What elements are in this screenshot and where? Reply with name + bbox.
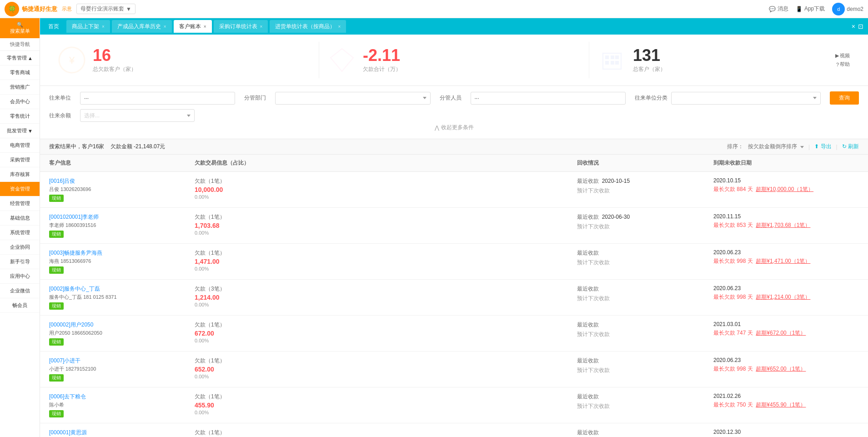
tab-purchase-order[interactable]: 采购订单统计表 × (214, 20, 268, 33)
sidebar-item-corp-wechat[interactable]: 企业微信 (0, 284, 40, 298)
overdue-info-0007: 2020.06.23 最长欠款 998 天 超期¥652.00（1笔） (713, 357, 859, 373)
dept-select[interactable] (275, 92, 430, 105)
sidebar-item-purchase[interactable]: 采购管理 (0, 153, 40, 167)
sidebar-item-ecommerce[interactable]: 电商管理 (0, 138, 40, 153)
sidebar-item-super-member[interactable]: 畅会员 (0, 298, 40, 313)
balance-label: 往来余额 (49, 112, 76, 120)
debt-info-0016: 欠款（1笔） 10,000.00 0.00% (195, 177, 577, 200)
sidebar-item-retail-stats[interactable]: 零售统计 (0, 109, 40, 124)
unit-category-select[interactable] (671, 92, 821, 105)
refresh-btn[interactable]: ↻ 刷新 (842, 143, 859, 151)
filter-person: 分管人员 ··· (440, 92, 626, 105)
tab-product-inbound[interactable]: 产成品入库单历史 × (112, 20, 172, 33)
close-all-tabs-icon[interactable]: × (852, 23, 855, 30)
results-bar: 搜索结果中，客户16家 欠款金额 -21,148.07元 排序： 按欠款金额倒序… (40, 139, 868, 155)
overdue-days-0016: 最长欠款 884 天 超期¥10,000.00（1笔） (713, 186, 859, 193)
customer-name-0002[interactable]: [0002]服务中心_丁磊 (49, 285, 195, 293)
tab-inbound-stats[interactable]: 进货单统计表（按商品） × (270, 20, 346, 33)
sidebar-quick-nav[interactable]: 快捷导航 (0, 38, 40, 51)
col-header-customer: 客户信息 (49, 159, 195, 167)
tab-product-offshelf[interactable]: 商品上下架 × (66, 20, 110, 33)
video-action[interactable]: ▶ 视频 (835, 52, 850, 59)
sidebar-item-newbie[interactable]: 新手引导 (0, 255, 40, 269)
stat-label-debt-customers: 总欠款客户（家） (93, 65, 136, 73)
sidebar-item-marketing[interactable]: 营销推广 (0, 80, 40, 95)
expand-tab-icon[interactable]: ⊡ (858, 23, 863, 30)
customer-info-000002: [000002]用户2050 用户2050 18665062050 现销 (49, 321, 195, 346)
customer-name-0003[interactable]: [0003]畅捷服务尹海燕 (49, 249, 195, 257)
callback-info-0016: 最近收款 2020-10-15 预计下次收款 (577, 177, 713, 195)
overdue-link-00010200001[interactable]: 超期¥1,703.68（1笔） (756, 222, 810, 228)
customer-name-000001[interactable]: [000001]黄思源 (49, 429, 195, 437)
tab-purchase-order-close[interactable]: × (260, 24, 263, 29)
tab-product-offshelf-close[interactable]: × (102, 24, 105, 29)
sidebar-item-retail-mall[interactable]: 零售商城 (0, 65, 40, 80)
tab-product-inbound-close[interactable]: × (164, 24, 166, 29)
video-icon: ▶ (835, 53, 839, 59)
customer-name-00010200001[interactable]: [0001020001]李老师 (49, 213, 195, 221)
collapse-btn[interactable]: ⋀ 收起更多条件 (49, 122, 859, 133)
tab-customer-account-close[interactable]: × (204, 24, 206, 29)
sidebar-item-finance[interactable]: 资金管理 (0, 182, 40, 196)
tab-inbound-stats-label: 进货单统计表（按商品） (275, 23, 335, 30)
search-button[interactable]: 查询 (830, 91, 859, 105)
stat-label-total-customers: 总客户（家） (633, 65, 666, 73)
balance-select[interactable]: 选择... (80, 109, 195, 122)
export-btn[interactable]: ⬆ 导出 (814, 143, 831, 151)
callback-next-0016: 预计下次收款 (577, 187, 713, 195)
sidebar-item-corp-collab[interactable]: 企业协同 (0, 240, 40, 255)
store-arrow: ▼ (126, 6, 131, 12)
top-bar: 🍀 畅捷通好生意 示意 母婴行业演示账套 ▼ 💬 消息 📱 App下载 d de… (0, 0, 868, 18)
stat-card-actions: ▶ 视频 ? 帮助 (835, 52, 850, 68)
overdue-link-0002[interactable]: 超期¥1,214.00（3笔） (756, 294, 810, 300)
help-action[interactable]: ? 帮助 (836, 61, 850, 68)
sort-value[interactable]: 按欠款金额倒序排序 (748, 143, 804, 151)
customer-name-000002[interactable]: [000002]用户2050 (49, 321, 195, 329)
overdue-info-0003: 2020.06.23 最长欠款 998 天 超期¥1,471.00（1笔） (713, 249, 859, 265)
callback-next-0002: 预计下次收款 (577, 295, 713, 302)
customer-tag-00010200001: 现销 (49, 231, 64, 238)
sidebar-search[interactable]: 🔍 搜索菜单 (0, 18, 40, 38)
sidebar-item-inventory[interactable]: 库存核算 (0, 167, 40, 182)
debt-count-0003: 欠款（1笔） (195, 249, 577, 257)
callback-info-0006: 最近收款 预计下次收款 (577, 393, 713, 410)
stat-label-debt-total: 欠款合计（万） (363, 65, 401, 73)
sidebar-item-batch-mgmt[interactable]: 批发管理 ▼ (0, 124, 40, 138)
sidebar-item-retail-mgmt[interactable]: 零售管理 ▲ (0, 51, 40, 65)
callback-next-0003: 预计下次收款 (577, 259, 713, 266)
table-row: [0006]去下粮仓 陈小希 现销 欠款（1笔） 455.90 0.00% 最近… (40, 387, 868, 423)
message-btn[interactable]: 💬 消息 (769, 5, 788, 13)
user-menu[interactable]: d demo2 (832, 3, 863, 15)
source-unit-input[interactable]: ··· (80, 92, 235, 105)
customer-name-0006[interactable]: [0006]去下粮仓 (49, 393, 195, 401)
batch-mgmt-arrow: ▼ (28, 128, 33, 134)
overdue-link-000002[interactable]: 超期¥672.00（1笔） (756, 330, 806, 336)
tab-inbound-stats-close[interactable]: × (338, 24, 341, 29)
overdue-link-0003[interactable]: 超期¥1,471.00（1笔） (756, 258, 810, 264)
overdue-days-0007: 最长欠款 998 天 超期¥652.00（1笔） (713, 365, 859, 373)
overdue-link-0006[interactable]: 超期¥455.90（1笔） (756, 402, 806, 408)
person-input[interactable]: ··· (471, 92, 626, 105)
tab-home[interactable]: 首页 (43, 20, 65, 33)
overdue-link-0016[interactable]: 超期¥10,000.00（1笔） (756, 186, 813, 192)
overdue-days-0003: 最长欠款 998 天 超期¥1,471.00（1笔） (713, 257, 859, 265)
overdue-info-0002: 2020.06.23 最长欠款 998 天 超期¥1,214.00（3笔） (713, 285, 859, 301)
app-download-label: App下载 (804, 5, 825, 13)
debt-amount-00010200001: 1,703.68 (195, 222, 577, 229)
app-download-btn[interactable]: 📱 App下载 (796, 5, 825, 13)
sidebar-item-business[interactable]: 经营管理 (0, 196, 40, 211)
store-selector[interactable]: 母婴行业演示账套 ▼ (76, 4, 135, 14)
sidebar-item-member[interactable]: 会员中心 (0, 95, 40, 109)
overdue-info-000002: 2021.03.01 最长欠款 747 天 超期¥672.00（1笔） (713, 321, 859, 337)
customer-name-0016[interactable]: [0016]吕俊 (49, 177, 195, 185)
filter-source-unit: 往来单位 ··· (49, 92, 235, 105)
tab-customer-account[interactable]: 客户账本 × (174, 20, 212, 33)
sidebar-item-app-center[interactable]: 应用中心 (0, 269, 40, 284)
customer-name-0007[interactable]: [0007]小进干 (49, 357, 195, 365)
tab-customer-account-label: 客户账本 (179, 23, 201, 30)
sidebar-item-basic-info[interactable]: 基础信息 (0, 211, 40, 226)
sidebar-item-system[interactable]: 系统管理 (0, 226, 40, 240)
mini-logo[interactable]: 示意 (62, 5, 72, 12)
debt-percent-000002: 0.00% (195, 338, 577, 343)
overdue-link-0007[interactable]: 超期¥652.00（1笔） (756, 366, 806, 372)
